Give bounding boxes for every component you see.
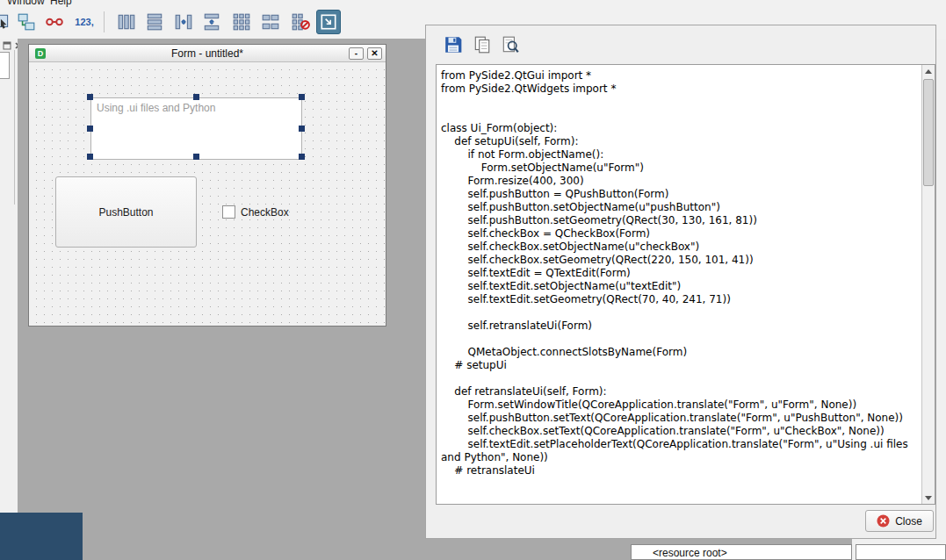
vertical-scrollbar[interactable] (921, 65, 935, 504)
find-icon[interactable] (499, 33, 522, 56)
code-line: self.checkBox = QCheckBox(Form) (441, 227, 920, 241)
code-line: self.textEdit.setGeometry(QRect(70, 40, … (441, 293, 920, 306)
code-line (441, 109, 920, 122)
code-line: self.textEdit.setPlaceholderText(QCoreAp… (441, 438, 920, 451)
close-red-icon (877, 514, 890, 528)
edit-widgets-icon[interactable] (0, 10, 14, 34)
scroll-down-icon[interactable] (922, 492, 935, 504)
checkbox-label: CheckBox (241, 206, 289, 219)
code-line (441, 333, 920, 346)
save-icon[interactable] (442, 33, 465, 56)
code-line: Form.setObjectName(u"Form") (441, 162, 920, 175)
selection-handle[interactable] (193, 154, 199, 160)
toolbar-separator (104, 11, 105, 32)
menu-help[interactable]: Help (50, 0, 72, 7)
checkbox-indicator[interactable] (222, 205, 235, 219)
widgetbox-panel-fragment (0, 52, 10, 79)
code-line: Form.setWindowTitle(QCoreApplication.tra… (441, 398, 920, 412)
selection-handle[interactable] (299, 94, 305, 100)
layout-vertical-icon[interactable] (142, 10, 167, 34)
layout-vertical-splitter-icon[interactable] (199, 10, 224, 34)
code-line (441, 372, 920, 385)
code-line: self.textEdit = QTextEdit(Form) (441, 267, 920, 280)
code-line: self.checkBox.setObjectName(u"checkBox") (441, 241, 920, 254)
menu-window[interactable]: Window (7, 0, 45, 7)
code-text: from PySide2.QtGui import * from PySide2… (437, 65, 921, 477)
resource-browser-panel: <resource root> (631, 544, 852, 560)
selection-handle[interactable] (87, 126, 93, 132)
form-canvas[interactable]: Using .ui files and Python PushButton Ch… (29, 62, 386, 326)
close-button[interactable]: Close (865, 510, 934, 532)
form-window-title: Form - untitled* (29, 47, 386, 60)
code-line: if not Form.objectName(): (441, 148, 920, 162)
break-layout-icon[interactable] (288, 10, 313, 34)
code-line: # retranslateUi (441, 464, 920, 477)
code-line: # setupUi (441, 359, 920, 372)
resource-root-item[interactable]: <resource root> (653, 547, 727, 559)
dock-float-icon[interactable] (2, 40, 11, 50)
selection-handle[interactable] (193, 94, 199, 100)
layout-grid-icon[interactable] (229, 10, 254, 34)
close-button-label: Close (895, 515, 922, 528)
code-line: self.pushButton = QPushButton(Form) (441, 188, 920, 201)
minimize-button[interactable]: - (349, 47, 364, 60)
code-line: def setupUi(self, Form): (441, 135, 920, 148)
close-window-button[interactable]: ✕ (367, 47, 382, 60)
code-line: self.pushButton.setGeometry(QRect(30, 13… (441, 214, 920, 227)
code-line: self.retranslateUi(Form) (441, 319, 920, 333)
code-line: from PySide2.QtWidgets import * (441, 83, 920, 96)
code-line: Form.resize(400, 300) (441, 175, 920, 188)
selection-handle[interactable] (299, 154, 305, 160)
bottom-left-panel-fragment (0, 513, 83, 560)
code-line: from PySide2.QtGui import * (441, 69, 920, 83)
pushbutton-widget[interactable]: PushButton (55, 176, 197, 248)
selection-handle[interactable] (87, 154, 93, 160)
adjust-size-icon[interactable] (316, 10, 341, 34)
edit-signals-slots-icon[interactable] (14, 10, 39, 34)
layout-horizontal-splitter-icon[interactable] (171, 10, 196, 34)
code-preview-dialog: from PySide2.QtGui import * from PySide2… (425, 25, 936, 539)
form-editor-window: D Form - untitled* - ✕ Using .ui files a… (28, 44, 386, 327)
code-line: self.pushButton.setText(QCoreApplication… (441, 412, 920, 425)
scroll-up-icon[interactable] (922, 65, 935, 77)
layout-form-icon[interactable] (258, 10, 283, 34)
code-line: self.pushButton.setObjectName(u"pushButt… (441, 201, 920, 214)
checkbox-widget[interactable]: CheckBox (222, 194, 311, 230)
code-line: class Ui_Form(object): (441, 122, 920, 135)
selection-handle[interactable] (299, 126, 305, 132)
code-line (441, 306, 920, 319)
code-line (441, 96, 920, 109)
code-line: QMetaObject.connectSlotsByName(Form) (441, 346, 920, 359)
code-line: self.checkBox.setText(QCoreApplication.t… (441, 425, 920, 438)
form-window-titlebar[interactable]: D Form - untitled* - ✕ (29, 45, 386, 62)
copy-icon[interactable] (471, 33, 494, 56)
bottom-right-panel-fragment (856, 544, 946, 560)
code-line: def retranslateUi(self, Form): (441, 385, 920, 398)
edit-tab-order-icon[interactable]: 123, (70, 10, 98, 34)
menubar: Window Help (0, 0, 946, 8)
code-view[interactable]: from PySide2.QtGui import * from PySide2… (436, 64, 935, 505)
panel-divider (14, 50, 15, 205)
scrollbar-thumb[interactable] (923, 79, 934, 186)
code-line: and Python", None)) (441, 451, 920, 464)
textedit-widget[interactable]: Using .ui files and Python (90, 97, 302, 160)
layout-horizontal-icon[interactable] (114, 10, 139, 34)
selection-handle[interactable] (87, 94, 93, 100)
code-line: self.checkBox.setGeometry(QRect(220, 150… (441, 254, 920, 267)
edit-buddies-icon[interactable] (42, 10, 67, 34)
code-line: self.textEdit.setObjectName(u"textEdit") (441, 280, 920, 293)
